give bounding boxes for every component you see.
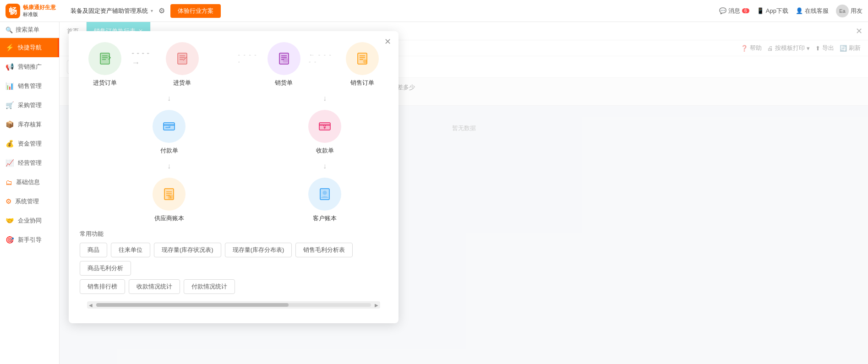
- logo-area: 畅 畅康通好生意 标准版: [5, 4, 65, 18]
- payment-icon: ¥: [153, 110, 186, 143]
- arrow-v-receipt: ↓: [295, 162, 355, 170]
- sidebar-item-operations[interactable]: 📈 经营管理: [0, 153, 59, 173]
- common-btn-receipt-stats[interactable]: 收款情况统计: [129, 279, 180, 294]
- modal-close-icon[interactable]: ✕: [384, 37, 391, 47]
- operations-icon: 📈: [5, 159, 14, 167]
- purchase-bill-icon: [166, 42, 199, 75]
- service-icon: 👤: [796, 7, 803, 14]
- sidebar-item-label-8: 系统管理: [15, 197, 39, 206]
- arrow-dashed-2: ← - - - - -: [309, 51, 338, 78]
- flow-node-payment[interactable]: ¥ 付款单: [139, 110, 199, 155]
- flow-row-2: ¥ 付款单: [80, 110, 388, 155]
- sidebar-item-basic-info[interactable]: 🗂 基础信息: [0, 173, 59, 192]
- user-menu[interactable]: Ea 用友: [836, 5, 863, 17]
- flow-node-receipt[interactable]: ¥ 收款单: [295, 110, 355, 155]
- common-btn-sales-profit[interactable]: 销售毛利分析表: [295, 243, 353, 257]
- scroll-left-icon[interactable]: ◀: [87, 303, 94, 308]
- sidebar-item-label-6: 经营管理: [18, 159, 42, 167]
- label-sale-order: 销售订单: [350, 79, 374, 87]
- label-supplier-book: 供应商账本: [154, 214, 184, 223]
- user-label: 用友: [851, 7, 863, 15]
- app-download-button[interactable]: 📱 App下载: [757, 7, 788, 15]
- arrow-v-purchase: ↓: [139, 94, 199, 103]
- system-dropdown-icon[interactable]: ▾: [151, 8, 153, 13]
- flow-row-1: 进货订单 - - - - →: [80, 42, 388, 87]
- message-label: 消息: [728, 7, 740, 15]
- sidebar-item-finance[interactable]: 💰 资金管理: [0, 134, 59, 153]
- arrow-v-sale: ↓: [295, 94, 355, 103]
- message-button[interactable]: 💬 消息 6: [719, 7, 749, 15]
- flow-node-customer-book[interactable]: 客户账本: [295, 178, 355, 223]
- system-icon: ⚙: [5, 197, 11, 206]
- sidebar-item-newbie[interactable]: 🎯 新手引导: [0, 230, 59, 250]
- flow-node-purchase-order[interactable]: 进货订单: [80, 42, 130, 87]
- sidebar-item-label-0: 快捷导航: [18, 43, 42, 52]
- common-functions-section: 常用功能 商品 往来单位 现存量(库存状况表) 现存量(库存分布表) 销售毛利分…: [80, 230, 388, 294]
- scroll-track[interactable]: [96, 303, 371, 307]
- collab-icon: 🤝: [5, 217, 14, 225]
- svg-point-21: [363, 60, 367, 63]
- flow-node-purchase-bill[interactable]: 进货单: [157, 42, 207, 87]
- avatar: Ea: [836, 5, 849, 17]
- sidebar-item-label-10: 新手引导: [18, 236, 42, 244]
- sidebar-item-collab[interactable]: 🤝 企业协同: [0, 211, 59, 230]
- marketing-icon: 📢: [5, 63, 14, 71]
- newbie-icon: 🎯: [5, 236, 14, 244]
- flow-node-sale-order[interactable]: 销售订单: [338, 42, 388, 87]
- scroll-right-icon[interactable]: ▶: [373, 303, 380, 308]
- sidebar-item-label-2: 销售管理: [18, 82, 42, 90]
- purchase-icon: 🛒: [5, 101, 14, 109]
- common-btn-payment-stats[interactable]: 付款情况统计: [184, 279, 235, 294]
- top-right-area: 💬 消息 6 📱 App下载 👤 在线客服 Ea 用友: [719, 5, 863, 17]
- modal-overlay: ✕: [60, 22, 868, 364]
- app-icon: 📱: [757, 7, 764, 14]
- common-btn-stock-status[interactable]: 现存量(库存状况表): [154, 243, 221, 257]
- sidebar-item-sales[interactable]: 📊 销售管理: [0, 76, 59, 96]
- common-btn-stock-dist[interactable]: 现存量(库存分布表): [225, 243, 292, 257]
- common-buttons-row-1: 商品 往来单位 现存量(库存状况表) 现存量(库存分布表) 销售毛利分析表 商品…: [80, 243, 388, 276]
- trial-button[interactable]: 体验行业方案: [170, 4, 221, 18]
- arrow-h-1: - - - - →: [131, 49, 155, 81]
- sidebar-item-label-3: 采购管理: [18, 101, 42, 109]
- sidebar-item-label-4: 库存核算: [18, 120, 42, 129]
- flow-row-3: $ 供应商账本: [80, 178, 388, 223]
- flow-diagram: 进货订单 - - - - →: [80, 42, 388, 223]
- sidebar-item-label-5: 资金管理: [18, 140, 42, 148]
- system-title: 装备及固定资产辅助管理系统 ▾: [71, 7, 153, 15]
- sidebar-item-quicknav[interactable]: ⚡ 快捷导航: [0, 38, 59, 57]
- message-badge: 6: [742, 8, 749, 13]
- svg-rect-15: [283, 59, 288, 62]
- receipt-icon: ¥: [308, 110, 341, 143]
- common-btn-goods-profit[interactable]: 商品毛利分析: [80, 261, 131, 276]
- label-sale-bill: 销货单: [275, 79, 293, 87]
- scrollbar[interactable]: ◀ ▶: [87, 301, 380, 309]
- common-buttons-row-2: 销售排行榜 收款情况统计 付款情况统计: [80, 279, 388, 294]
- search-label: 搜索菜单: [16, 26, 39, 34]
- content-area: 首页 销售订单执行表 ✕ ✕ ❓ 帮助 🖨 按模板打印: [60, 22, 868, 364]
- sales-icon: 📊: [5, 82, 14, 90]
- sidebar-item-marketing[interactable]: 📢 营销推广: [0, 57, 59, 76]
- customer-book-icon: [308, 178, 341, 211]
- flow-node-sale-bill[interactable]: 销货单: [259, 42, 309, 87]
- service-button[interactable]: 👤 在线客服: [796, 7, 829, 15]
- label-payment: 付款单: [160, 147, 178, 155]
- sidebar-item-label-9: 企业协同: [18, 217, 42, 225]
- common-btn-sales-rank[interactable]: 销售排行榜: [80, 279, 125, 294]
- search-menu[interactable]: 🔍 搜索菜单: [0, 22, 59, 38]
- scroll-thumb[interactable]: [96, 303, 289, 307]
- sidebar: 🔍 搜索菜单 ⚡ 快捷导航 📢 营销推广 📊 销售管理 🛒 采购管理 📦: [0, 22, 60, 364]
- sidebar-item-purchase[interactable]: 🛒 采购管理: [0, 96, 59, 115]
- flow-node-supplier-book[interactable]: $ 供应商账本: [139, 178, 199, 223]
- supplier-book-icon: $: [153, 178, 186, 211]
- quick-nav-modal: ✕: [69, 31, 399, 323]
- sidebar-item-system[interactable]: ⚙ 系统管理: [0, 192, 59, 211]
- svg-text:¥: ¥: [323, 125, 326, 130]
- gear-icon[interactable]: ⚙: [158, 6, 165, 15]
- label-purchase-order: 进货订单: [93, 79, 117, 87]
- svg-rect-0: [100, 53, 109, 64]
- basicinfo-icon: 🗂: [5, 179, 12, 186]
- common-btn-goods[interactable]: 商品: [80, 243, 107, 257]
- arrow-v-payment: ↓: [139, 162, 199, 170]
- sidebar-item-inventory[interactable]: 📦 库存核算: [0, 115, 59, 134]
- common-btn-partner[interactable]: 往来单位: [111, 243, 150, 257]
